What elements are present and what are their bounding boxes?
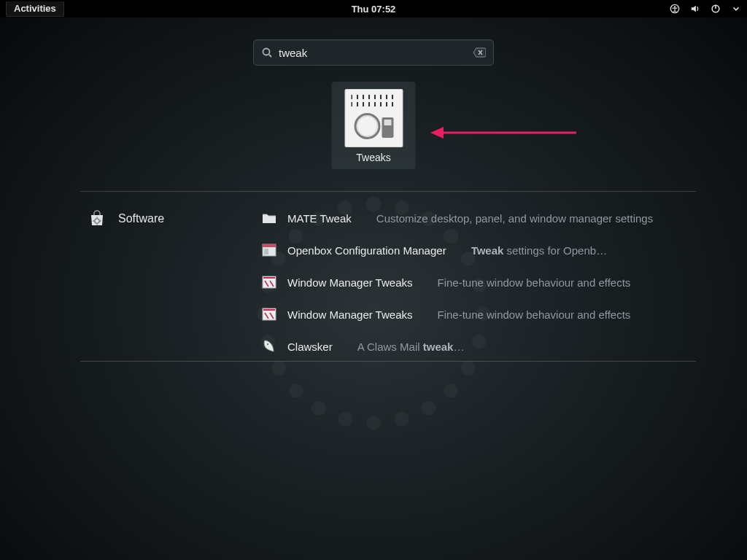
software-label: Software bbox=[118, 212, 164, 225]
search-input[interactable] bbox=[279, 47, 473, 59]
tweaks-app-icon bbox=[344, 89, 403, 147]
result-name: MATE Tweak bbox=[287, 212, 352, 225]
app-result-tweaks[interactable]: Tweaks bbox=[332, 82, 416, 169]
divider-top bbox=[80, 191, 696, 192]
activities-button[interactable]: Activities bbox=[6, 1, 64, 17]
result-openbox-config[interactable]: Openbox Configuration Manager Tweak sett… bbox=[261, 239, 696, 261]
search-box[interactable] bbox=[253, 39, 494, 66]
search-icon bbox=[261, 47, 273, 58]
result-desc: A Claws Mail tweak… bbox=[357, 341, 465, 353]
svg-point-18 bbox=[267, 343, 268, 345]
clawsker-icon bbox=[261, 338, 277, 354]
clock-label: Thu 07:52 bbox=[352, 4, 396, 15]
clock[interactable]: Thu 07:52 bbox=[352, 4, 396, 15]
wm-tweaks-icon bbox=[261, 274, 277, 290]
divider-bottom bbox=[80, 361, 696, 362]
result-desc: Customize desktop, panel, and window man… bbox=[376, 212, 653, 225]
result-mate-tweak[interactable]: MATE Tweak Customize desktop, panel, and… bbox=[261, 207, 696, 229]
svg-line-5 bbox=[269, 55, 271, 57]
folder-icon bbox=[261, 210, 277, 226]
svg-rect-14 bbox=[263, 244, 276, 247]
result-name: Window Manager Tweaks bbox=[287, 308, 412, 321]
software-results-list: MATE Tweak Customize desktop, panel, and… bbox=[261, 207, 696, 357]
openbox-icon bbox=[261, 242, 277, 258]
top-bar: Activities Thu 07:52 bbox=[0, 0, 747, 18]
wm-tweaks-icon bbox=[261, 306, 277, 322]
app-result-label: Tweaks bbox=[336, 152, 411, 163]
chevron-down-icon[interactable] bbox=[731, 4, 741, 14]
result-wm-tweaks-1[interactable]: Window Manager Tweaks Fine-tune window b… bbox=[261, 271, 696, 293]
software-section-header[interactable]: Software bbox=[89, 210, 164, 228]
result-clawsker[interactable]: Clawsker A Claws Mail tweak… bbox=[261, 335, 696, 357]
result-name: Clawsker bbox=[287, 341, 333, 353]
svg-rect-15 bbox=[264, 249, 268, 254]
result-wm-tweaks-2[interactable]: Window Manager Tweaks Fine-tune window b… bbox=[261, 303, 696, 325]
svg-point-1 bbox=[674, 6, 676, 7]
clear-search-button[interactable] bbox=[473, 47, 486, 58]
svg-point-4 bbox=[263, 49, 270, 55]
result-desc: Fine-tune window behaviour and effects bbox=[437, 308, 630, 321]
svg-marker-7 bbox=[430, 127, 444, 139]
result-name: Window Manager Tweaks bbox=[287, 276, 412, 289]
accessibility-icon[interactable] bbox=[670, 4, 680, 14]
annotation-arrow bbox=[430, 124, 576, 139]
result-desc: Fine-tune window behaviour and effects bbox=[437, 276, 630, 289]
result-name: Openbox Configuration Manager bbox=[287, 244, 446, 257]
activities-label: Activities bbox=[14, 3, 56, 14]
power-icon[interactable] bbox=[711, 4, 721, 14]
result-desc: Tweak settings for Openb… bbox=[471, 244, 608, 257]
software-bag-icon bbox=[89, 210, 105, 228]
volume-icon[interactable] bbox=[690, 4, 700, 14]
status-area[interactable] bbox=[670, 4, 741, 14]
